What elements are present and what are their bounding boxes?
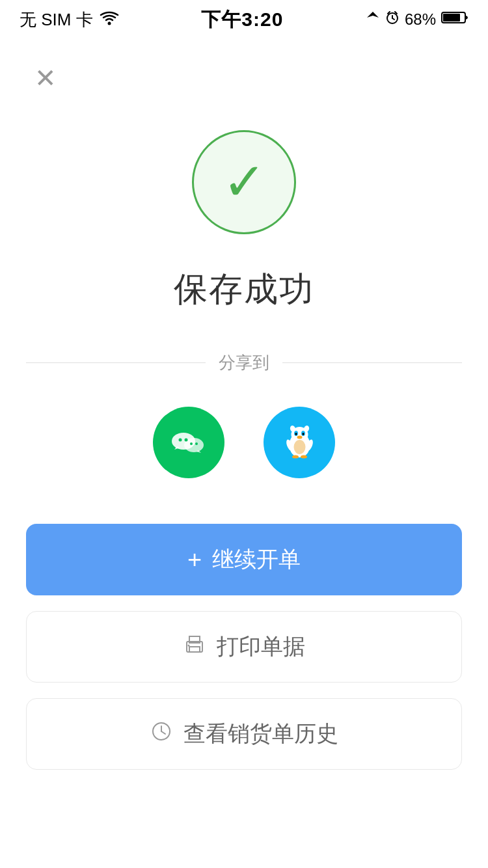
history-button-label: 查看销货单历史 — [183, 719, 338, 749]
wechat-share-button[interactable] — [153, 407, 224, 478]
print-button-label: 打印单据 — [217, 632, 305, 662]
close-icon: ✕ — [34, 65, 57, 91]
share-divider: 分享到 — [26, 351, 462, 374]
checkmark-icon: ✓ — [223, 156, 266, 208]
svg-point-11 — [184, 438, 187, 441]
svg-point-19 — [302, 433, 304, 435]
battery-percent: 68% — [405, 10, 436, 29]
svg-point-0 — [107, 21, 111, 25]
clock-icon — [150, 720, 173, 748]
history-button[interactable]: 查看销货单历史 — [26, 698, 462, 770]
svg-point-22 — [292, 455, 299, 458]
wifi-icon — [100, 10, 119, 30]
svg-point-20 — [297, 435, 302, 439]
divider-line-right — [282, 362, 462, 363]
success-title: 保存成功 — [174, 267, 314, 312]
location-icon — [366, 10, 380, 29]
share-label: 分享到 — [219, 351, 269, 374]
svg-point-13 — [195, 442, 198, 445]
divider-line-left — [26, 362, 206, 363]
success-icon-circle: ✓ — [192, 130, 296, 234]
svg-point-18 — [295, 433, 297, 435]
status-time: 下午3:20 — [201, 7, 283, 33]
sim-text: 无 SIM 卡 — [20, 8, 93, 31]
svg-line-34 — [161, 731, 165, 734]
wechat-icon — [168, 422, 210, 464]
qq-icon — [278, 422, 321, 464]
continue-button-label: 继续开单 — [212, 545, 301, 575]
print-icon — [183, 632, 206, 661]
svg-rect-30 — [189, 647, 200, 652]
svg-point-31 — [188, 645, 190, 647]
status-right: 68% — [366, 10, 468, 29]
main-content: ✓ 保存成功 分享到 — [0, 104, 488, 868]
svg-point-21 — [293, 440, 305, 454]
status-left: 无 SIM 卡 — [20, 8, 119, 31]
close-button[interactable]: ✕ — [20, 52, 72, 104]
battery-icon — [441, 10, 468, 29]
plus-icon: + — [187, 546, 202, 574]
svg-rect-7 — [443, 14, 460, 21]
svg-point-23 — [301, 455, 307, 458]
alarm-icon — [385, 10, 400, 29]
qq-share-button[interactable] — [264, 407, 335, 478]
continue-button[interactable]: + 继续开单 — [26, 524, 462, 595]
action-buttons-container: + 继续开单 打印单据 — [26, 524, 462, 770]
share-icons-container — [153, 407, 335, 478]
svg-point-10 — [178, 438, 182, 441]
svg-line-3 — [392, 18, 394, 20]
status-bar: 无 SIM 卡 下午3:20 68 — [0, 0, 488, 39]
print-button[interactable]: 打印单据 — [26, 611, 462, 683]
svg-point-12 — [190, 442, 193, 445]
